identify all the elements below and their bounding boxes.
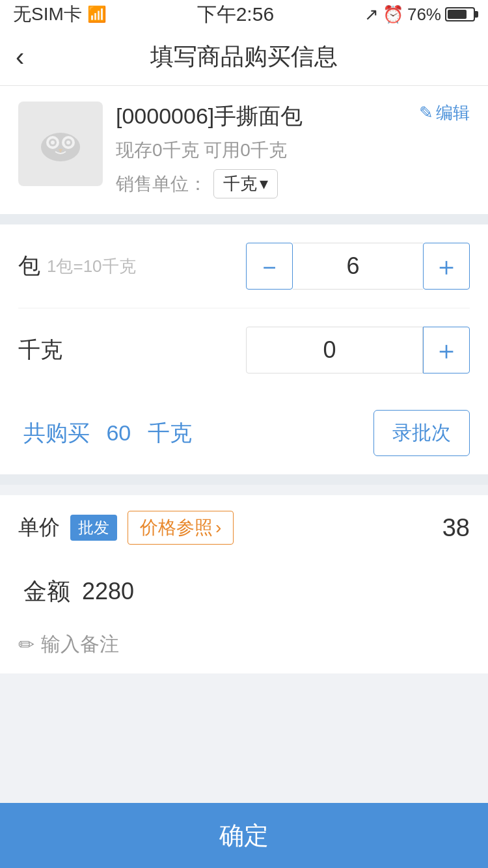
- location-icon: ↗: [364, 5, 379, 25]
- product-section: [0000006]手撕面包 现存0千克 可用0千克 销售单位： 千克 ▾ ✎ 编…: [0, 86, 488, 214]
- battery-icon: [445, 7, 475, 21]
- product-stock: 现存0千克 可用0千克: [116, 138, 470, 163]
- pack-input-section: 包 1包=10千克 － ＋ 千克 ＋: [0, 224, 488, 392]
- record-batch-button[interactable]: 录批次: [373, 410, 470, 456]
- price-label: 单价: [18, 513, 60, 542]
- nav-bar: ‹ 填写商品购买信息: [0, 29, 488, 86]
- svg-point-0: [41, 133, 80, 161]
- confirm-button[interactable]: 确定: [0, 803, 488, 868]
- product-image: [18, 102, 103, 186]
- price-ref-arrow-icon: ›: [215, 517, 221, 538]
- price-ref-label: 价格参照: [140, 515, 213, 540]
- kg-row: 千克 ＋: [18, 308, 470, 392]
- product-info: [0000006]手撕面包 现存0千克 可用0千克 销售单位： 千克 ▾: [116, 102, 470, 198]
- unit-label: 销售单位：: [116, 172, 207, 197]
- total-text: 共购买 60 千克: [18, 418, 197, 448]
- price-ref-button[interactable]: 价格参照 ›: [128, 511, 234, 545]
- alarm-icon: ⏰: [383, 5, 403, 25]
- back-button[interactable]: ‹: [16, 42, 24, 72]
- price-tag: 批发: [70, 515, 117, 541]
- kg-increment-button[interactable]: ＋: [423, 327, 470, 373]
- kg-label: 千克: [18, 335, 62, 365]
- edit-button[interactable]: ✎ 编辑: [419, 102, 470, 124]
- carrier-text: 无SIM卡: [13, 2, 82, 27]
- svg-point-5: [51, 141, 55, 144]
- price-section: 单价 批发 价格参照 › 38: [0, 495, 488, 560]
- status-bar: 无SIM卡 📶 下午2:56 ↗ ⏰ 76%: [0, 0, 488, 29]
- pack-label: 包: [18, 251, 40, 281]
- note-placeholder: 输入备注: [41, 631, 119, 658]
- dropdown-arrow-icon: ▾: [260, 174, 268, 194]
- product-name: [0000006]手撕面包: [116, 102, 470, 131]
- divider-2: [0, 474, 488, 485]
- divider-1: [0, 214, 488, 224]
- total-unit: 千克: [148, 420, 192, 445]
- kg-controls: ＋: [246, 327, 470, 373]
- amount-label: 金额: [23, 578, 70, 604]
- pack-decrement-button[interactable]: －: [246, 243, 293, 290]
- pack-hint: 1包=10千克: [47, 255, 136, 278]
- pack-input[interactable]: [293, 243, 423, 290]
- wifi-icon: 📶: [87, 5, 107, 23]
- pencil-icon: ✏: [18, 633, 34, 656]
- edit-label: 编辑: [436, 102, 470, 124]
- price-value: 38: [442, 514, 470, 542]
- edit-icon: ✎: [419, 103, 433, 123]
- product-unit-row: 销售单位： 千克 ▾: [116, 169, 470, 198]
- svg-point-6: [66, 141, 70, 144]
- pack-row: 包 1包=10千克 － ＋: [18, 224, 470, 308]
- status-time: 下午2:56: [197, 1, 274, 28]
- page-title: 填写商品购买信息: [150, 41, 338, 73]
- unit-value: 千克: [223, 172, 257, 195]
- amount-value: 2280: [82, 578, 134, 604]
- amount-section: 金额 2280 ✏ 输入备注: [0, 560, 488, 673]
- status-right: ↗ ⏰ 76%: [364, 5, 475, 25]
- kg-input[interactable]: [246, 327, 423, 373]
- pack-controls: － ＋: [246, 243, 470, 290]
- pack-increment-button[interactable]: ＋: [423, 243, 470, 290]
- note-row[interactable]: ✏ 输入备注: [18, 621, 470, 673]
- total-section: 共购买 60 千克 录批次: [0, 392, 488, 474]
- amount-row: 金额 2280: [18, 576, 470, 621]
- product-logo: [34, 124, 87, 163]
- battery-percent: 76%: [407, 5, 441, 25]
- status-left: 无SIM卡 📶: [13, 2, 107, 27]
- total-amount: 60: [106, 420, 131, 445]
- total-prefix: 共购买: [23, 420, 90, 445]
- unit-dropdown[interactable]: 千克 ▾: [213, 169, 278, 198]
